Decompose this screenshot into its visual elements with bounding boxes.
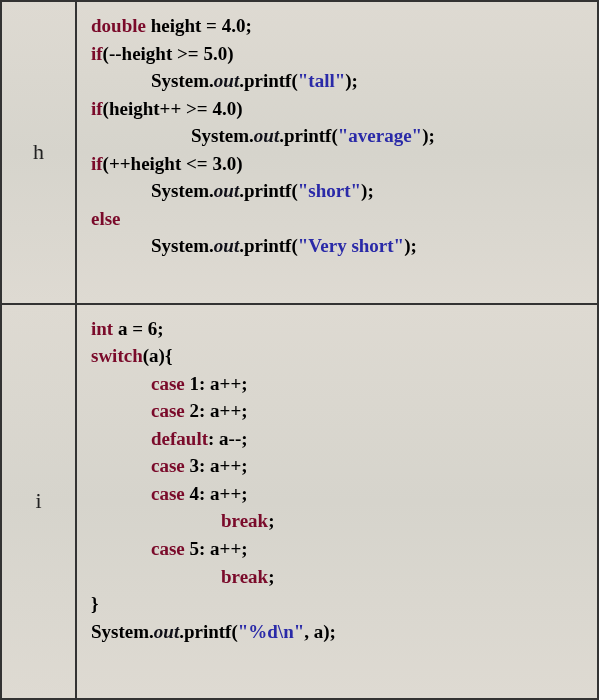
code-line: case 4: a++; (91, 480, 585, 508)
table-row: i int a = 6;switch(a){case 1: a++;case 2… (1, 304, 598, 699)
code-line: default: a--; (91, 425, 585, 453)
code-line: case 3: a++; (91, 452, 585, 480)
row-label-h: h (1, 1, 76, 304)
code-line: if(height++ >= 4.0) (91, 95, 585, 123)
code-line: switch(a){ (91, 342, 585, 370)
code-line: break; (91, 507, 585, 535)
code-line: } (91, 590, 585, 618)
table-body: h double height = 4.0;if(--height >= 5.0… (1, 1, 598, 699)
code-line: case 5: a++; (91, 535, 585, 563)
code-line: int a = 6; (91, 315, 585, 343)
table-row: h double height = 4.0;if(--height >= 5.0… (1, 1, 598, 304)
code-line: System.out.printf("tall"); (91, 67, 585, 95)
code-line: if(++height <= 3.0) (91, 150, 585, 178)
code-line: System.out.printf("%d\n", a); (91, 618, 585, 646)
row-label-i: i (1, 304, 76, 699)
code-line: break; (91, 563, 585, 591)
code-line: else (91, 205, 585, 233)
code-line: double height = 4.0; (91, 12, 585, 40)
code-line: System.out.printf("average"); (91, 122, 585, 150)
code-line: case 2: a++; (91, 397, 585, 425)
code-cell-i: int a = 6;switch(a){case 1: a++;case 2: … (76, 304, 598, 699)
code-line: case 1: a++; (91, 370, 585, 398)
code-line: System.out.printf("Very short"); (91, 232, 585, 260)
code-line: System.out.printf("short"); (91, 177, 585, 205)
code-line: if(--height >= 5.0) (91, 40, 585, 68)
code-table: h double height = 4.0;if(--height >= 5.0… (0, 0, 599, 700)
code-cell-h: double height = 4.0;if(--height >= 5.0)S… (76, 1, 598, 304)
